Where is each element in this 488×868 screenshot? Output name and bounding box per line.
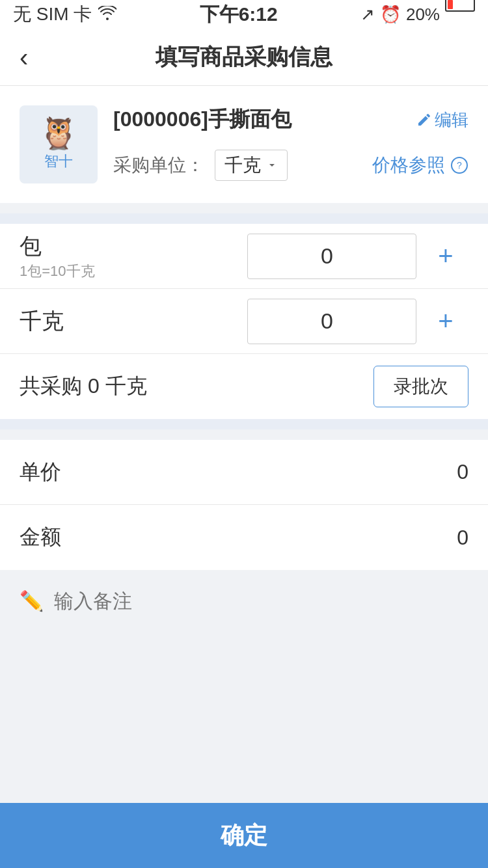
product-logo-label: 智十 xyxy=(44,152,73,171)
kg-field-wrap: + xyxy=(98,299,468,344)
battery-icon xyxy=(445,0,475,32)
batch-button[interactable]: 录批次 xyxy=(373,366,468,407)
product-name: [0000006]手撕面包 xyxy=(113,105,291,134)
unit-selector[interactable]: 千克 xyxy=(215,150,288,181)
amount-label: 金额 xyxy=(20,523,61,552)
amount-value: 0 xyxy=(457,526,468,550)
kg-label: 千克 xyxy=(20,306,98,336)
status-bar: 无 SIM 卡 下午6:12 ↗ ⏰ 20% xyxy=(0,0,488,29)
location-icon: ↗ xyxy=(360,5,375,25)
status-time: 下午6:12 xyxy=(200,1,278,28)
total-row: 共采购 0 千克 录批次 xyxy=(0,354,488,419)
product-image: 🦉 智十 xyxy=(20,105,98,183)
product-name-row: [0000006]手撕面包 编辑 xyxy=(113,105,468,134)
price-ref-button[interactable]: 价格参照 ? xyxy=(372,153,468,178)
empty-area xyxy=(0,632,488,827)
svg-text:?: ? xyxy=(457,160,462,170)
edit-button[interactable]: 编辑 xyxy=(416,109,468,131)
bao-input-row: 包 1包=10千克 + xyxy=(0,224,488,289)
product-info: [0000006]手撕面包 编辑 采购单位： 千克 价格参照 ? xyxy=(113,105,468,181)
remark-section: ✏️ xyxy=(0,570,488,632)
product-unit-row: 采购单位： 千克 价格参照 ? xyxy=(113,150,468,181)
pencil-icon: ✏️ xyxy=(20,590,44,612)
carrier-label: 无 SIM 卡 xyxy=(13,2,92,27)
unit-price-label: 单价 xyxy=(20,458,61,487)
bao-input[interactable] xyxy=(247,234,416,279)
price-section: 单价 0 金额 0 xyxy=(0,440,488,570)
confirm-button[interactable]: 确定 xyxy=(0,803,488,868)
back-button[interactable]: ‹ xyxy=(20,44,28,70)
alarm-icon: ⏰ xyxy=(380,5,401,25)
unit-price-value: 0 xyxy=(457,460,468,484)
kg-input[interactable] xyxy=(247,299,416,344)
amount-row: 金额 0 xyxy=(0,505,488,570)
status-right: ↗ ⏰ 20% xyxy=(360,0,475,32)
product-logo-icon: 🦉 xyxy=(39,118,78,149)
input-section: 包 1包=10千克 + 千克 + xyxy=(0,224,488,354)
bao-label-sub: 1包=10千克 xyxy=(20,262,98,281)
bao-label: 包 1包=10千克 xyxy=(20,232,98,281)
total-label: 共采购 0 千克 xyxy=(20,372,147,401)
kg-plus-button[interactable]: + xyxy=(423,299,468,344)
kg-label-main: 千克 xyxy=(20,306,98,336)
battery-percent: 20% xyxy=(406,5,440,25)
status-left: 无 SIM 卡 xyxy=(13,2,116,27)
unit-label: 采购单位： xyxy=(113,153,204,178)
unit-price-row: 单价 0 xyxy=(0,440,488,505)
product-card: 🦉 智十 [0000006]手撕面包 编辑 采购单位： 千克 价格参照 ? xyxy=(0,86,488,203)
bao-label-main: 包 xyxy=(20,232,98,262)
section-divider-2 xyxy=(0,419,488,429)
remark-input[interactable] xyxy=(54,590,468,612)
bao-field-wrap: + xyxy=(98,234,468,279)
wifi-icon xyxy=(98,4,116,25)
kg-input-row: 千克 + xyxy=(0,289,488,354)
nav-bar: ‹ 填写商品采购信息 xyxy=(0,29,488,86)
section-divider-1 xyxy=(0,213,488,224)
bao-plus-button[interactable]: + xyxy=(423,234,468,279)
page-title: 填写商品采购信息 xyxy=(156,42,332,72)
